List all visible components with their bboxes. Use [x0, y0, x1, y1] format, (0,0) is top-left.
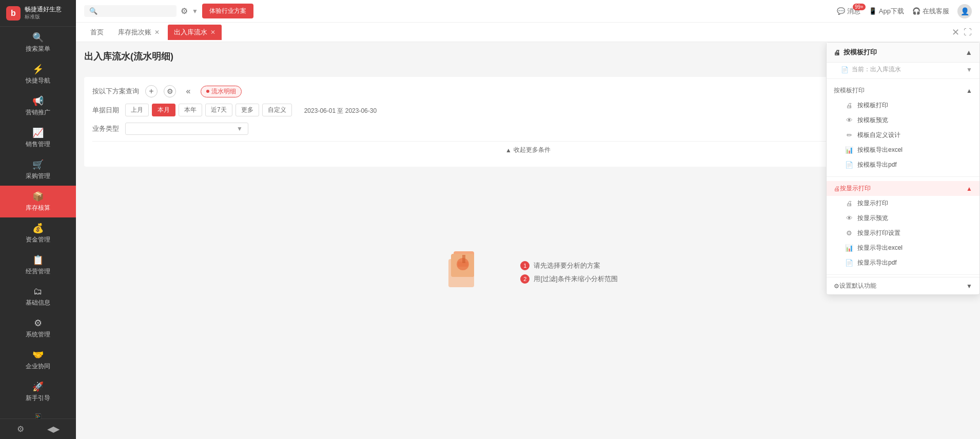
display-section-toggle: ▲ — [966, 185, 972, 192]
printer-icon: 🖨 — [845, 199, 853, 207]
tabs-close-all-icon[interactable]: ✕ — [952, 27, 959, 38]
sidebar-item-operations[interactable]: 📋 经营管理 — [0, 249, 76, 281]
empty-hint-1: 1 请先选择要分析的方案 — [520, 261, 617, 270]
print-icon: 🖨 — [834, 49, 840, 56]
excel-icon: 📊 — [845, 146, 853, 154]
template-export-pdf-label: 按模板导出pdf — [857, 161, 897, 169]
app-name: 畅捷通好生意 — [25, 6, 62, 14]
footer-dropdown-icon: ▼ — [966, 283, 972, 290]
message-icon: 💬 — [837, 7, 845, 15]
sales-icon: 📈 — [32, 127, 44, 138]
display-export-excel-label: 按显示导出excel — [857, 244, 903, 252]
trial-btn[interactable]: 体验行业方案 — [202, 4, 253, 18]
sidebar-item-label: 营销推广 — [26, 108, 50, 117]
date-btn-current-year[interactable]: 本年 — [179, 104, 202, 116]
display-export-pdf-item[interactable]: 📄 按显示导出pdf — [827, 255, 979, 270]
sidebar-collapse-icon[interactable]: ◀▶ — [47, 424, 60, 434]
messages-badge[interactable]: 💬 消息 99+ — [837, 7, 860, 16]
date-btn-current-month[interactable]: 本月 — [152, 104, 175, 116]
sidebar-item-sales[interactable]: 📈 销售管理 — [0, 122, 76, 154]
hint-num-1: 1 — [520, 261, 530, 270]
sidebar-item-basic-info[interactable]: 🗂 基础信息 — [0, 281, 76, 312]
filter-add-btn[interactable]: + — [145, 85, 158, 97]
template-print-section-header[interactable]: 按模板打印 ▲ — [827, 83, 979, 98]
sidebar-item-cooperation[interactable]: 🤝 企业协同 — [0, 344, 76, 376]
display-section-icon: 🖨 — [834, 185, 840, 192]
inventory-icon: 📦 — [32, 191, 44, 202]
sidebar-item-app-center[interactable]: 📱 应用中心 — [0, 408, 76, 418]
date-btn-custom[interactable]: 自定义 — [262, 104, 292, 116]
date-btn-last-month[interactable]: 上月 — [125, 104, 149, 116]
tab-home[interactable]: 首页 — [84, 25, 110, 40]
display-print-item[interactable]: 🖨 按显示打印 — [827, 196, 979, 211]
template-export-excel-item[interactable]: 📊 按模板导出excel — [827, 143, 979, 157]
filter-settings-btn[interactable]: ⚙ — [164, 85, 176, 97]
sidebar-item-label: 经营管理 — [26, 267, 50, 276]
purchase-icon: 🛒 — [32, 159, 44, 170]
sidebar-item-label: 新手引导 — [26, 394, 50, 403]
date-btn-7days[interactable]: 近7天 — [205, 104, 232, 116]
sidebar-item-system[interactable]: ⚙ 系统管理 — [0, 312, 76, 344]
display-print-section-header[interactable]: 🖨 按显示打印 ▲ — [827, 181, 979, 196]
date-btn-more[interactable]: 更多 — [236, 104, 259, 116]
sidebar-item-beginner[interactable]: 🚀 新手引导 — [0, 376, 76, 408]
tabs-expand-icon[interactable]: ⛶ — [964, 28, 972, 37]
sidebar-item-inventory[interactable]: 📦 库存核算 — [0, 186, 76, 217]
display-print-settings-item[interactable]: ⚙ 按显示打印设置 — [827, 226, 979, 241]
business-type-select[interactable]: ▼ — [125, 123, 248, 135]
sidebar-item-quick-nav[interactable]: ⚡ 快捷导航 — [0, 58, 76, 90]
svg-marker-5 — [462, 255, 465, 263]
tab-flow[interactable]: 出入库流水 ✕ — [168, 25, 222, 40]
sidebar-item-purchase[interactable]: 🛒 采购管理 — [0, 154, 76, 186]
sidebar-item-label: 销售管理 — [26, 140, 50, 149]
main-area: 🔍 ⚙ ▼ 体验行业方案 💬 消息 99+ 📱 App下载 🎧 在线客服 👤 — [76, 0, 980, 439]
print-panel-header: 🖨 按模板打印 ▲ — [827, 43, 979, 63]
app-download-link[interactable]: 📱 App下载 — [869, 7, 904, 16]
content-area: 出入库流水(流水明细) 🖨 按模板打印 ▲ | ↑ 导出 ↺ 刷新 — [76, 42, 980, 439]
print-footer-label: 设置默认功能 — [839, 282, 876, 290]
print-panel-footer[interactable]: ⚙ 设置默认功能 ▼ — [827, 277, 979, 294]
tab-batch-account-close[interactable]: ✕ — [154, 29, 160, 36]
template-print-item[interactable]: 🖨 按模板打印 — [827, 98, 979, 113]
user-avatar[interactable]: 👤 — [957, 4, 972, 18]
display-preview-item[interactable]: 👁 按显示预览 — [827, 211, 979, 226]
date-filter-label: 单据日期 — [92, 106, 119, 115]
tab-home-label: 首页 — [90, 28, 104, 37]
empty-illustration — [438, 233, 500, 305]
sidebar-settings-icon[interactable]: ⚙ — [17, 424, 24, 434]
sidebar-item-label: 快捷导航 — [26, 76, 50, 85]
topbar: 🔍 ⚙ ▼ 体验行业方案 💬 消息 99+ 📱 App下载 🎧 在线客服 👤 — [76, 0, 980, 23]
topbar-dropdown-icon[interactable]: ▼ — [192, 8, 198, 15]
template-preview-label: 按模板预览 — [857, 116, 888, 125]
template-export-pdf-item[interactable]: 📄 按模板导出pdf — [827, 157, 979, 172]
date-range: 2023-06-01 至 2023-06-30 — [304, 107, 377, 115]
display-preview-label: 按显示预览 — [857, 214, 888, 223]
hint-text-1: 请先选择要分析的方案 — [534, 261, 600, 270]
app-edition: 标准版 — [25, 13, 62, 21]
print-panel-collapse-icon[interactable]: ▲ — [965, 48, 972, 56]
topbar-gear-icon[interactable]: ⚙ — [181, 6, 188, 16]
search-input[interactable] — [100, 8, 171, 15]
tab-flow-close[interactable]: ✕ — [210, 29, 215, 36]
preview-icon: 👁 — [845, 214, 853, 222]
online-service-link[interactable]: 🎧 在线客服 — [912, 7, 949, 16]
topbar-search-box[interactable]: 🔍 — [84, 5, 177, 17]
tab-batch-account[interactable]: 库存批次账 ✕ — [112, 25, 166, 40]
template-custom-item[interactable]: ✏ 模板自定义设计 — [827, 128, 979, 143]
sidebar-item-label: 基础信息 — [26, 298, 50, 307]
excel-icon: 📊 — [845, 244, 853, 252]
sidebar-bottom: ⚙ ◀▶ — [0, 418, 76, 439]
sidebar-item-label: 企业协同 — [26, 362, 50, 371]
marketing-icon: 📢 — [32, 95, 44, 107]
sidebar-item-search[interactable]: 🔍 搜索菜单 — [0, 27, 76, 58]
filter-collapse-btn[interactable]: « — [182, 85, 194, 97]
current-dropdown-icon[interactable]: ▼ — [966, 66, 972, 73]
sidebar-item-marketing[interactable]: 📢 营销推广 — [0, 90, 76, 122]
chevron-up-icon: ▲ — [505, 147, 512, 154]
template-preview-item[interactable]: 👁 按模板预览 — [827, 113, 979, 128]
current-label-text: 当前：出入库流水 — [852, 65, 901, 74]
search-icon: 🔍 — [32, 32, 44, 43]
display-export-excel-item[interactable]: 📊 按显示导出excel — [827, 241, 979, 255]
app-name-block: 畅捷通好生意 标准版 — [25, 6, 62, 21]
sidebar-item-finance[interactable]: 💰 资金管理 — [0, 217, 76, 249]
